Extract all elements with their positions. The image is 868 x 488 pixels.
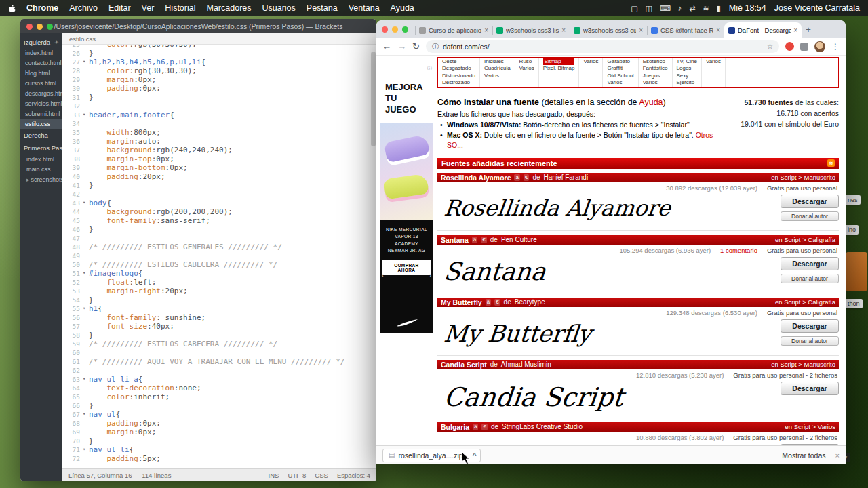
editor-scrollbar[interactable] (371, 52, 376, 146)
code-text[interactable] (89, 251, 376, 260)
new-tab-button[interactable]: + (802, 22, 815, 36)
font-author-link[interactable]: StringLabs Creative Studio (502, 423, 583, 430)
category-link[interactable]: Oeste (442, 58, 475, 65)
font-category-link[interactable]: en Script > Varios (785, 423, 835, 430)
fold-marker-icon[interactable] (83, 49, 89, 58)
donate-button[interactable]: Donar al autor (781, 336, 839, 346)
category-link[interactable]: Old School (607, 73, 633, 79)
code-text[interactable]: } (89, 436, 376, 445)
fold-marker-icon[interactable] (83, 93, 89, 102)
code-text[interactable]: background:rgb(200,200,200); (89, 207, 376, 216)
fold-marker-icon[interactable] (83, 401, 89, 410)
menu-archivo[interactable]: Archivo (69, 3, 98, 13)
code-text[interactable]: margin:0px; (89, 75, 376, 84)
fold-marker-icon[interactable] (83, 287, 89, 296)
menu-ventana[interactable]: Ventana (349, 3, 380, 13)
code-text[interactable]: color:inherit; (89, 392, 376, 401)
code-text[interactable] (89, 102, 376, 110)
menu-ver[interactable]: Ver (142, 3, 155, 13)
code-text[interactable]: h1,h2,h3,h4,h5,h6,p,ul,li{ (89, 58, 376, 66)
sidebar-file-blog.html[interactable]: blog.html (20, 68, 62, 78)
fold-marker-icon[interactable] (83, 155, 89, 163)
fold-marker-icon[interactable] (83, 146, 89, 155)
code-text[interactable]: font-family:sans-serif; (89, 216, 376, 225)
fold-marker-icon[interactable] (83, 260, 89, 269)
menu-historial[interactable]: Historial (165, 3, 195, 13)
battery-icon[interactable]: ▮ (717, 4, 721, 13)
fold-marker-icon[interactable] (83, 243, 89, 251)
fold-marker-icon[interactable]: ▾ (83, 58, 89, 66)
font-preview[interactable]: Rosellinda Alyamore (436, 192, 782, 221)
donate-button[interactable]: Donar al autor (781, 211, 839, 221)
fold-marker-icon[interactable] (83, 75, 89, 84)
fold-marker-icon[interactable] (83, 225, 89, 234)
fold-marker-icon[interactable] (83, 216, 89, 225)
browser-tab[interactable]: w3schools css3 list...× (492, 22, 570, 38)
project-name[interactable]: Primeros Pasos ▾ (20, 140, 62, 154)
project-file-screenshots[interactable]: ▸screenshots (20, 174, 62, 184)
fold-marker-icon[interactable] (83, 163, 89, 172)
category-link[interactable]: Ruso (519, 58, 534, 65)
download-button[interactable]: Descargar (781, 382, 839, 395)
comments-link[interactable]: 1 comentario (720, 247, 757, 254)
font-name-link[interactable]: Rosellinda Alyamore (441, 174, 511, 182)
code-text[interactable]: margin:0px; (89, 428, 376, 436)
browser-tab[interactable]: Curso de aplicacion...× (415, 22, 492, 38)
site-info-icon[interactable]: ⓘ (432, 42, 439, 52)
zoom-button[interactable] (402, 26, 408, 33)
category-link[interactable]: Destrozado (442, 79, 475, 86)
fold-marker-icon[interactable] (83, 84, 89, 93)
sidebar-file-estilo.css[interactable]: estilo.css (20, 119, 62, 129)
rss-icon[interactable]: ≋ (827, 159, 835, 167)
back-button[interactable]: ← (382, 41, 391, 52)
forward-button[interactable]: → (397, 41, 406, 52)
fold-marker-icon[interactable] (83, 181, 89, 190)
minimize-button[interactable] (37, 24, 43, 30)
close-button[interactable] (382, 26, 388, 33)
wifi-icon[interactable]: ≋ (703, 4, 709, 13)
code-text[interactable] (89, 348, 376, 357)
brackets-titlebar[interactable]: /Users/josevicente/Desktop/CursoAplicaci… (20, 19, 376, 33)
code-text[interactable]: nav ul{ (89, 410, 376, 419)
menu-ayuda[interactable]: Ayuda (391, 3, 414, 13)
close-tab-icon[interactable]: × (561, 26, 566, 34)
download-button[interactable]: Descargar (781, 257, 839, 270)
volume-icon[interactable]: ♪ (678, 4, 682, 13)
code-text[interactable]: width:800px; (89, 128, 376, 137)
code-text[interactable]: /* ///////// ESTILOS CABECERA ///////// … (89, 260, 376, 269)
menu-usuarios[interactable]: Usuarios (262, 3, 296, 13)
code-text[interactable]: } (89, 331, 376, 340)
font-category-link[interactable]: en Script > Manuscrito (771, 174, 835, 181)
code-text[interactable]: margin-bottom:0px; (89, 163, 376, 172)
status-item[interactable]: Espacios: 4 (337, 472, 370, 479)
category-link[interactable]: Iniciales (484, 58, 511, 65)
menubar-clock[interactable]: Mié 18:54 (729, 3, 766, 13)
fold-marker-icon[interactable] (83, 313, 89, 322)
category-link[interactable]: Varios (706, 58, 721, 65)
fold-marker-icon[interactable]: ▾ (83, 375, 89, 384)
font-category-link[interactable]: en Script > Manuscrito (771, 361, 835, 368)
category-link[interactable]: Varios (484, 73, 511, 79)
fold-marker-icon[interactable] (83, 419, 89, 428)
code-text[interactable]: nav ul li a{ (89, 375, 376, 384)
code-text[interactable]: font-size:40px; (89, 322, 376, 331)
fold-marker-icon[interactable] (83, 137, 89, 146)
fold-marker-icon[interactable] (83, 190, 89, 199)
code-text[interactable]: font-family: sunshine; (89, 313, 376, 322)
fold-marker-icon[interactable] (83, 436, 89, 445)
code-text[interactable]: /* ///////// ESTILOS CABECERA ///////// … (89, 340, 376, 348)
fold-marker-icon[interactable] (83, 322, 89, 331)
category-link[interactable]: Logos (677, 65, 697, 72)
sync-icon[interactable]: ⇄ (689, 4, 695, 13)
font-name-link[interactable]: Candia Script (441, 361, 487, 369)
ad-banner[interactable]: ⓘ MEJORA TU JUEGO ‹ › NIKE MERCURIAL VAP… (380, 64, 433, 333)
category-link[interactable]: Música (677, 87, 697, 88)
fold-marker-icon[interactable] (83, 331, 89, 340)
menu-pestaña[interactable]: Pestaña (307, 3, 338, 13)
fold-marker-icon[interactable] (83, 278, 89, 287)
code-text[interactable]: } (89, 401, 376, 410)
fold-marker-icon[interactable] (83, 102, 89, 110)
category-link[interactable]: Bitmap (543, 58, 575, 65)
fold-marker-icon[interactable] (83, 384, 89, 392)
menu-editar[interactable]: Editar (108, 3, 131, 13)
